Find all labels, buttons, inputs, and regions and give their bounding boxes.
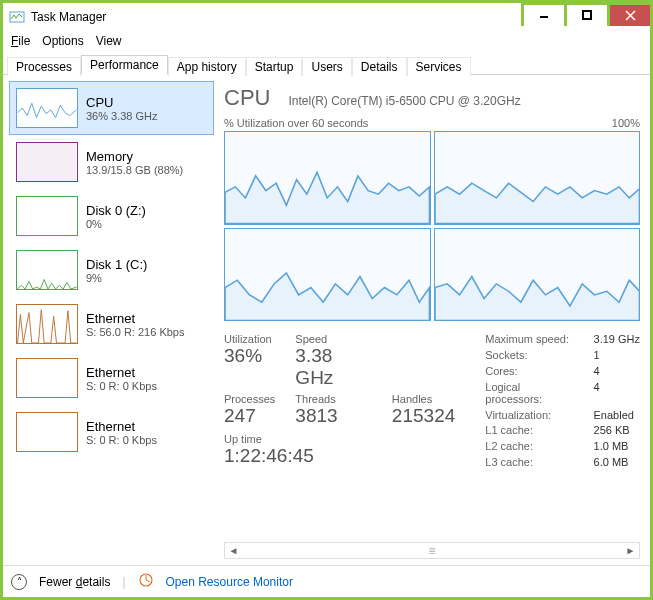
cpu-chart-0[interactable]: [224, 131, 431, 225]
window-frame: Task Manager File Options View Processes…: [0, 0, 653, 600]
tab-services[interactable]: Services: [407, 57, 471, 76]
lp-k: Logical processors:: [485, 381, 577, 408]
open-resource-monitor-link[interactable]: Open Resource Monitor: [166, 575, 293, 589]
sidebar-label: CPU 36% 3.38 GHz: [86, 88, 158, 128]
uptime-value: 1:22:46:45: [224, 445, 455, 467]
cpu-model: Intel(R) Core(TM) i5-6500 CPU @ 3.20GHz: [288, 94, 520, 108]
window-title: Task Manager: [31, 10, 106, 24]
ethernet-thumb: [16, 304, 78, 344]
sockets-v: 1: [594, 349, 640, 364]
sidebar-item-title: Memory: [86, 149, 183, 164]
scroll-left-icon[interactable]: ◄: [225, 543, 242, 558]
l2-k: L2 cache:: [485, 440, 577, 455]
fewer-details-link[interactable]: Fewer details: [39, 575, 110, 589]
utilization-label: Utilization: [224, 333, 275, 345]
minimize-button[interactable]: [521, 2, 567, 26]
sidebar: CPU 36% 3.38 GHz Memory 13.9/15.8 GB (88…: [9, 81, 214, 559]
cpu-chart-grid[interactable]: [224, 131, 640, 321]
sidebar-item-title: Ethernet: [86, 311, 184, 326]
memory-thumb: [16, 142, 78, 182]
processes-label: Processes: [224, 393, 275, 405]
footer: ˄ Fewer details | Open Resource Monitor: [3, 565, 650, 597]
titlebar[interactable]: Task Manager: [3, 3, 650, 31]
sidebar-item-sub: S: 0 R: 0 Kbps: [86, 434, 157, 446]
main-header: CPU Intel(R) Core(TM) i5-6500 CPU @ 3.20…: [224, 85, 640, 111]
scroll-track[interactable]: ≡: [242, 544, 622, 558]
lp-v: 4: [594, 381, 640, 408]
cpu-chart-3[interactable]: [434, 228, 641, 322]
tab-details[interactable]: Details: [352, 57, 407, 76]
sidebar-item-title: Ethernet: [86, 365, 157, 380]
resmon-icon: [138, 572, 154, 591]
disk-thumb: [16, 196, 78, 236]
sockets-k: Sockets:: [485, 349, 577, 364]
chart-left-label: % Utilization over 60 seconds: [224, 117, 368, 129]
tabstrip: Processes Performance App history Startu…: [3, 53, 650, 75]
scroll-right-icon[interactable]: ►: [622, 543, 639, 558]
page-title: CPU: [224, 85, 270, 111]
max-speed-v: 3.19 GHz: [594, 333, 640, 348]
content-area: CPU 36% 3.38 GHz Memory 13.9/15.8 GB (88…: [3, 75, 650, 565]
tab-startup[interactable]: Startup: [246, 57, 303, 76]
ethernet-thumb: [16, 412, 78, 452]
l1-k: L1 cache:: [485, 424, 577, 439]
disk-thumb: [16, 250, 78, 290]
sidebar-item-cpu[interactable]: CPU 36% 3.38 GHz: [9, 81, 214, 135]
l3-k: L3 cache:: [485, 456, 577, 471]
sidebar-label: Disk 0 (Z:) 0%: [86, 196, 146, 236]
stats-area: Utilization 36% Speed 3.38 GHz Processes…: [224, 333, 640, 471]
menubar: File Options View: [3, 31, 650, 51]
horizontal-scrollbar[interactable]: ◄ ≡ ►: [224, 542, 640, 559]
maximize-button[interactable]: [564, 2, 610, 26]
sidebar-item-memory[interactable]: Memory 13.9/15.8 GB (88%): [9, 135, 214, 189]
menu-view[interactable]: View: [96, 34, 122, 48]
utilization-value: 36%: [224, 345, 275, 367]
sidebar-label: Ethernet S: 56.0 R: 216 Kbps: [86, 304, 184, 344]
processes-value: 247: [224, 405, 275, 427]
sidebar-item-ethernet1[interactable]: Ethernet S: 0 R: 0 Kbps: [9, 351, 214, 405]
sidebar-item-ethernet2[interactable]: Ethernet S: 0 R: 0 Kbps: [9, 405, 214, 459]
l3-v: 6.0 MB: [594, 456, 640, 471]
sidebar-item-disk1[interactable]: Disk 1 (C:) 9%: [9, 243, 214, 297]
ethernet-thumb: [16, 358, 78, 398]
handles-label: Handles: [392, 393, 455, 405]
tab-users[interactable]: Users: [302, 57, 351, 76]
sidebar-item-title: Ethernet: [86, 419, 157, 434]
sidebar-item-sub: S: 0 R: 0 Kbps: [86, 380, 157, 392]
tab-app-history[interactable]: App history: [168, 57, 246, 76]
cores-v: 4: [594, 365, 640, 380]
sidebar-item-sub: 0%: [86, 218, 146, 230]
tab-performance[interactable]: Performance: [81, 55, 168, 75]
svg-line-8: [146, 580, 150, 582]
separator: |: [122, 575, 125, 589]
tab-processes[interactable]: Processes: [7, 57, 81, 76]
sidebar-item-sub: 9%: [86, 272, 147, 284]
speed-label: Speed: [295, 333, 372, 345]
svg-rect-2: [583, 11, 591, 19]
chart-label-row: % Utilization over 60 seconds 100%: [224, 117, 640, 129]
l1-v: 256 KB: [594, 424, 640, 439]
sidebar-item-disk0[interactable]: Disk 0 (Z:) 0%: [9, 189, 214, 243]
sidebar-item-sub: 36% 3.38 GHz: [86, 110, 158, 122]
menu-file[interactable]: File: [11, 34, 30, 48]
menu-options[interactable]: Options: [42, 34, 83, 48]
stats-left-block: Utilization 36% Speed 3.38 GHz Processes…: [224, 333, 455, 471]
sidebar-item-title: Disk 0 (Z:): [86, 203, 146, 218]
svg-rect-5: [18, 143, 77, 181]
sidebar-item-sub: S: 56.0 R: 216 Kbps: [86, 326, 184, 338]
main-panel: CPU Intel(R) Core(TM) i5-6500 CPU @ 3.20…: [220, 81, 644, 559]
cores-k: Cores:: [485, 365, 577, 380]
threads-label: Threads: [295, 393, 372, 405]
cpu-chart-2[interactable]: [224, 228, 431, 322]
sidebar-item-ethernet0[interactable]: Ethernet S: 56.0 R: 216 Kbps: [9, 297, 214, 351]
window-controls: [524, 2, 653, 30]
cpu-thumb: [16, 88, 78, 128]
close-button[interactable]: [607, 2, 653, 26]
cpu-chart-1[interactable]: [434, 131, 641, 225]
sidebar-label: Ethernet S: 0 R: 0 Kbps: [86, 412, 157, 452]
chevron-up-icon[interactable]: ˄: [11, 574, 27, 590]
sidebar-item-title: Disk 1 (C:): [86, 257, 147, 272]
speed-value: 3.38 GHz: [295, 345, 372, 389]
app-icon: [9, 9, 25, 25]
threads-value: 3813: [295, 405, 372, 427]
